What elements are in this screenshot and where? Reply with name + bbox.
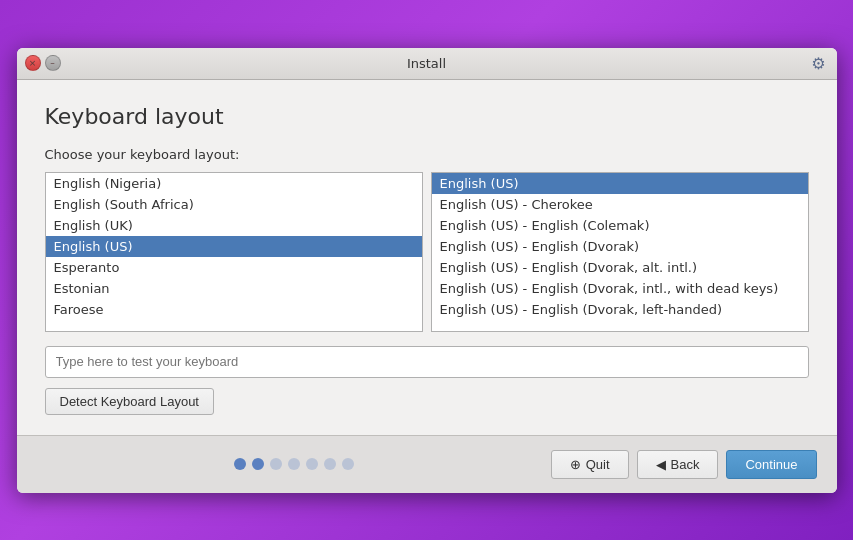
list-item[interactable]: English (South Africa)	[46, 194, 422, 215]
minimize-button[interactable]: –	[45, 55, 61, 71]
variant-list[interactable]: English (US) English (US) - Cherokee Eng…	[431, 172, 809, 332]
titlebar-buttons: × –	[25, 55, 61, 71]
close-button[interactable]: ×	[25, 55, 41, 71]
progress-dot-7	[342, 458, 354, 470]
progress-dots	[37, 458, 551, 470]
list-item[interactable]: Estonian	[46, 278, 422, 299]
footer-actions: ⊕ Quit ◀ Back Continue	[551, 450, 817, 479]
continue-button[interactable]: Continue	[726, 450, 816, 479]
back-button[interactable]: ◀ Back	[637, 450, 719, 479]
titlebar: × – Install ⚙	[17, 48, 837, 80]
footer: ⊕ Quit ◀ Back Continue	[17, 435, 837, 493]
list-item[interactable]: Faroese	[46, 299, 422, 320]
list-item[interactable]: English (US) - English (Dvorak, alt. int…	[432, 257, 808, 278]
progress-dot-3	[270, 458, 282, 470]
progress-dot-2	[252, 458, 264, 470]
main-content: Keyboard layout Choose your keyboard lay…	[17, 80, 837, 435]
list-item[interactable]: English (US) - Cherokee	[432, 194, 808, 215]
list-item[interactable]: English (US) - English (Dvorak, left-han…	[432, 299, 808, 320]
list-item[interactable]: English (US) - English (Dvorak, intl., w…	[432, 278, 808, 299]
keyboard-test-input[interactable]	[45, 346, 809, 378]
back-icon: ◀	[656, 457, 666, 472]
list-item[interactable]: Esperanto	[46, 257, 422, 278]
quit-button[interactable]: ⊕ Quit	[551, 450, 629, 479]
install-window: × – Install ⚙ Keyboard layout Choose you…	[17, 48, 837, 493]
list-item[interactable]: English (Nigeria)	[46, 173, 422, 194]
list-item-selected[interactable]: English (US)	[46, 236, 422, 257]
list-item[interactable]: English (UK)	[46, 215, 422, 236]
detect-layout-button[interactable]: Detect Keyboard Layout	[45, 388, 214, 415]
settings-icon[interactable]: ⚙	[809, 53, 829, 73]
language-list[interactable]: English (Nigeria) English (South Africa)…	[45, 172, 423, 332]
progress-dot-5	[306, 458, 318, 470]
quit-icon: ⊕	[570, 457, 581, 472]
instruction-label: Choose your keyboard layout:	[45, 147, 809, 162]
list-item[interactable]: English (US) - English (Colemak)	[432, 215, 808, 236]
window-title: Install	[407, 56, 446, 71]
progress-dot-1	[234, 458, 246, 470]
list-item-selected[interactable]: English (US)	[432, 173, 808, 194]
progress-dot-6	[324, 458, 336, 470]
page-title: Keyboard layout	[45, 104, 809, 129]
progress-dot-4	[288, 458, 300, 470]
list-item[interactable]: English (US) - English (Dvorak)	[432, 236, 808, 257]
keyboard-lists: English (Nigeria) English (South Africa)…	[45, 172, 809, 332]
